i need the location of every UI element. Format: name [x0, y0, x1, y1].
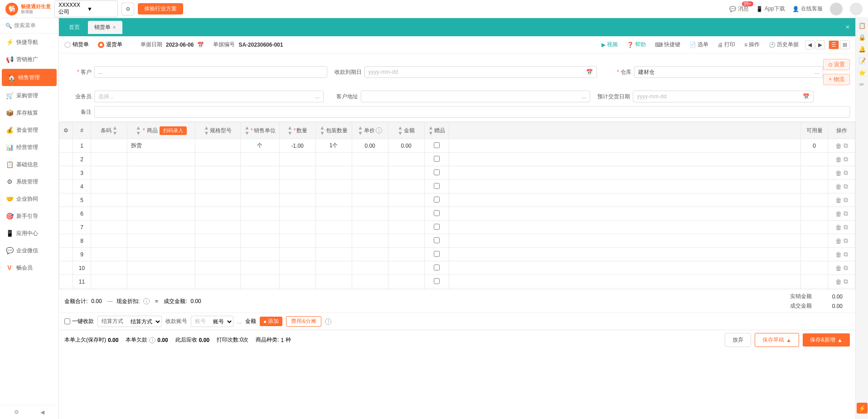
- online-service-btn[interactable]: 👤 在线客服: [792, 5, 823, 13]
- close-all-tabs-btn[interactable]: ✕: [844, 22, 852, 32]
- copy-row-icon[interactable]: ⧉: [844, 237, 848, 245]
- expected-date-cal-icon[interactable]: 📅: [803, 93, 810, 100]
- sidebar-settings-btn[interactable]: ⚙: [14, 409, 19, 415]
- draft-dropdown-icon[interactable]: ▲: [786, 337, 791, 343]
- view-list-btn[interactable]: ☰: [829, 40, 839, 49]
- fee-info-icon[interactable]: i: [325, 318, 331, 325]
- rp-lock-icon[interactable]: 🔒: [857, 32, 868, 43]
- copy-row-icon[interactable]: ⧉: [844, 142, 848, 149]
- delete-row-icon[interactable]: 🗑: [835, 237, 842, 245]
- one-click-checkbox[interactable]: 一键收款: [64, 318, 94, 325]
- messages-btn[interactable]: 💬 消息 99+: [729, 5, 749, 13]
- sidebar-item-marketing[interactable]: 📢 营销推广: [0, 51, 58, 68]
- sidebar-item-sales[interactable]: 🏠 销售管理: [2, 69, 57, 86]
- abandon-btn[interactable]: 放弃: [725, 333, 751, 347]
- delete-row-icon[interactable]: 🗑: [835, 197, 842, 204]
- view-grid-btn[interactable]: ⊞: [840, 40, 850, 49]
- rp-active-icon[interactable]: ⚡: [857, 403, 868, 414]
- account-select[interactable]: 账号 账号: [191, 316, 233, 327]
- calc-method-dropdown[interactable]: 结算方式: [127, 317, 161, 327]
- delete-row-icon[interactable]: 🗑: [835, 265, 842, 272]
- row-gift[interactable]: [424, 139, 449, 153]
- gift-checkbox[interactable]: [434, 142, 440, 148]
- expected-date-input[interactable]: yyyy-mm-dd 📅: [633, 91, 814, 102]
- customer-input[interactable]: ...: [94, 66, 327, 78]
- delete-row-icon[interactable]: 🗑: [835, 169, 842, 177]
- discount-info-icon[interactable]: i: [143, 298, 150, 304]
- copy-row-icon[interactable]: ⧉: [844, 250, 848, 258]
- due-date-calendar-icon[interactable]: 📅: [586, 69, 593, 75]
- sidebar-item-basic[interactable]: 📋 基础信息: [0, 156, 58, 173]
- row-pkg[interactable]: 1个: [315, 139, 352, 153]
- scan-btn[interactable]: 扫码录入: [160, 126, 187, 135]
- row-price[interactable]: 0.00: [352, 139, 388, 153]
- row-unit[interactable]: 个: [241, 139, 280, 153]
- delete-row-icon[interactable]: 🗑: [835, 251, 842, 258]
- radio-sales-order[interactable]: 销货单: [64, 41, 89, 48]
- account-dropdown[interactable]: 账号: [209, 317, 233, 327]
- delete-row-icon[interactable]: 🗑: [835, 142, 842, 149]
- salesperson-input[interactable]: 选择... ...: [94, 91, 324, 102]
- sidebar-item-operations[interactable]: 📊 经营管理: [0, 139, 58, 156]
- rp-star-icon[interactable]: ⭐: [857, 67, 868, 78]
- add-payment-btn[interactable]: ● 添加: [260, 317, 282, 326]
- copy-row-icon[interactable]: ⧉: [844, 264, 848, 272]
- due-date-input[interactable]: yyyy-mm-dd 📅: [364, 66, 597, 78]
- sidebar-item-member[interactable]: V 畅会员: [0, 259, 58, 276]
- delete-row-icon[interactable]: 🗑: [835, 156, 842, 163]
- settings-button[interactable]: ⊙ 设置: [823, 59, 850, 70]
- copy-row-icon[interactable]: ⧉: [844, 183, 848, 190]
- nav-next-btn[interactable]: ▶: [815, 40, 825, 49]
- one-click-input[interactable]: [64, 318, 70, 324]
- delete-row-icon[interactable]: 🗑: [835, 278, 842, 285]
- company-selector[interactable]: XXXXXX公司 ▼: [54, 0, 118, 17]
- row-amount[interactable]: 0.00: [388, 139, 424, 153]
- copy-row-icon[interactable]: ⧉: [844, 169, 848, 177]
- trial-button[interactable]: 体验行业方案: [138, 3, 183, 14]
- row-barcode[interactable]: [91, 139, 127, 153]
- tab-sales-order[interactable]: 销货单 ✕: [88, 21, 122, 34]
- copy-row-icon[interactable]: ⧉: [844, 155, 848, 163]
- sidebar-item-guide[interactable]: 🎯 新手引导: [0, 207, 58, 225]
- radio-return-order[interactable]: 退货单: [98, 41, 122, 48]
- delete-row-icon[interactable]: 🗑: [835, 183, 842, 190]
- rp-notes-icon[interactable]: 📋: [857, 20, 868, 31]
- save-new-btn[interactable]: 保存&新增 ▲: [803, 333, 850, 347]
- calendar-icon[interactable]: 📅: [197, 42, 204, 48]
- sidebar-collapse-btn[interactable]: ◀: [40, 409, 44, 415]
- tab-home[interactable]: 首页: [63, 21, 86, 34]
- price-info-icon[interactable]: i: [376, 127, 382, 134]
- delete-row-icon[interactable]: 🗑: [835, 224, 842, 231]
- settings-icon[interactable]: ⚙: [121, 3, 134, 15]
- owe-info-icon[interactable]: i: [149, 337, 155, 343]
- nav-prev-btn[interactable]: ◀: [805, 40, 815, 49]
- calc-method-select[interactable]: 结算方式 结算方式: [97, 316, 162, 327]
- tab-close-icon[interactable]: ✕: [112, 25, 116, 30]
- copy-row-icon[interactable]: ⧉: [844, 210, 848, 217]
- row-spec[interactable]: [195, 139, 241, 153]
- save-dropdown-icon[interactable]: ▲: [837, 337, 843, 343]
- row-qty[interactable]: -1.00: [279, 139, 315, 153]
- toolbar-operations-btn[interactable]: ≡ 操作: [742, 40, 762, 49]
- rp-edit-icon[interactable]: 📝: [857, 55, 868, 66]
- toolbar-help-btn[interactable]: ❓ 帮助: [624, 40, 649, 49]
- sidebar-item-inventory[interactable]: 📦 库存核算: [0, 104, 58, 121]
- row-goods[interactable]: 拆货: [127, 139, 195, 153]
- rp-bell-icon[interactable]: 🔔: [857, 43, 868, 54]
- rp-pencil-icon[interactable]: ✏: [857, 79, 868, 90]
- toolbar-video-btn[interactable]: ▶ 视频: [599, 40, 621, 49]
- warehouse-input[interactable]: 建材仓 ...: [634, 66, 823, 78]
- toolbar-print-btn[interactable]: 🖨 打印: [715, 40, 738, 49]
- sidebar-item-enterprise[interactable]: 🤝 企业协同: [0, 190, 58, 207]
- app-download-btn[interactable]: 📱 App下载: [756, 5, 785, 13]
- remarks-input[interactable]: [94, 106, 850, 118]
- sidebar-item-shortcuts[interactable]: ⚡ 快捷导航: [0, 34, 58, 51]
- delete-row-icon[interactable]: 🗑: [835, 210, 842, 217]
- sidebar-item-finance[interactable]: 💰 资金管理: [0, 121, 58, 139]
- toolbar-history-btn[interactable]: 🕐 历史单据: [766, 40, 801, 49]
- copy-row-icon[interactable]: ⧉: [844, 278, 848, 285]
- avatar-extra[interactable]: [850, 3, 863, 15]
- sidebar-item-system[interactable]: ⚙ 系统管理: [0, 173, 58, 190]
- save-draft-btn[interactable]: 保存草稿 ▲: [755, 333, 799, 347]
- toolbar-shortcuts-btn[interactable]: ⌨ 快捷键: [652, 40, 683, 49]
